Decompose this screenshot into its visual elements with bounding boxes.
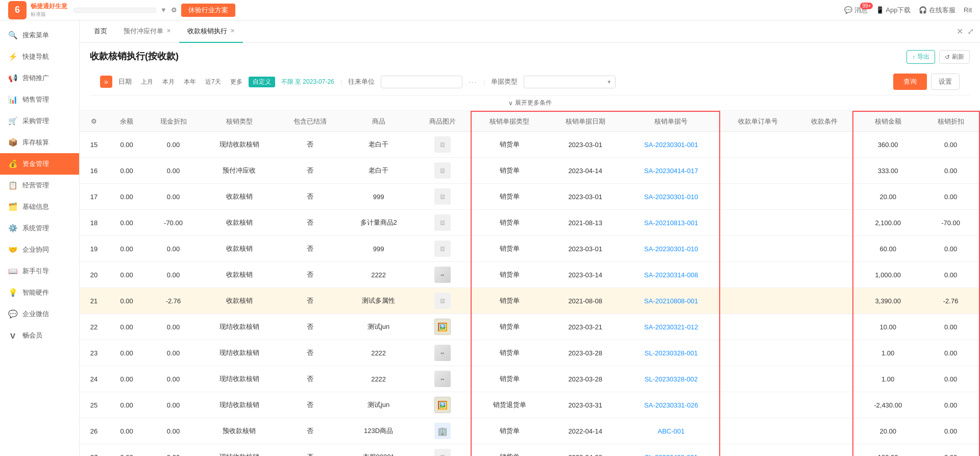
cell-verify-no[interactable]: SA-20230301-010 [623,184,720,210]
cell-verify-date: 2023-03-28 [548,340,623,366]
sidebar-item-operations[interactable]: 📋 经营管理 [0,175,79,196]
verify-no-link[interactable]: SA-20230414-017 [644,167,698,175]
table-row: 17 0.00 0.00 收款核销 否 999 🖼 销货单 2023-03-01… [80,184,979,210]
sidebar-item-member[interactable]: V 畅会员 [0,325,79,346]
sidebar-item-wechat[interactable]: 💬 企业微信 [0,303,79,325]
cell-verify-no[interactable]: SA-20230414-017 [623,158,720,184]
cell-verify-no[interactable]: SL-20230408-001 [623,444,720,457]
cell-verify-amount: 60.00 [853,236,922,262]
cell-verify-no[interactable]: SA-20230331-026 [623,392,720,418]
bill-type-label: 单据类型 [491,77,518,86]
cell-receipt-condition [796,236,853,262]
dropdown-icon[interactable]: ▼ [160,6,167,14]
verify-no-link[interactable]: SA-20230321-012 [644,323,698,331]
cell-verify-no[interactable]: SA-20210813-001 [623,210,720,236]
gear-icon[interactable]: ⚙ [171,6,177,14]
sidebar-item-marketing[interactable]: 📢 营销推广 [0,67,79,89]
cell-verify-no[interactable]: SL-20230328-001 [623,340,720,366]
cell-product: 999 [343,236,414,262]
export-btn[interactable]: ↑ 导出 [906,50,935,64]
cell-verify-type: 现结收款核销 [202,392,277,418]
filter-bar: » 日期 上月 本月 本年 近7天 更多 自定义 不限 至 2023-07-26 [90,68,970,95]
verify-no-link[interactable]: SA-20210808-001 [644,297,698,305]
cell-include-settled: 否 [277,132,343,158]
cell-product-image: 🖼 [414,236,471,262]
tab-maximize[interactable]: ⤢ [967,27,974,36]
tab-close-all[interactable]: ✕ [957,27,963,36]
online-service[interactable]: 🎧 在线客服 [919,6,955,15]
cell-receipt-order [720,340,796,366]
sidebar-item-quicknav[interactable]: ⚡ 快捷导航 [0,46,79,67]
app-download[interactable]: 📱 App下载 [876,6,911,15]
cell-id: 23 [80,340,108,366]
table-body: 15 0.00 0.00 现结收款核销 否 老白干 🖼 销货单 2023-03-… [80,132,979,457]
cell-verify-no[interactable]: SA-20210808-001 [623,288,720,314]
sidebar-item-guide[interactable]: 📖 新手引导 [0,260,79,282]
cell-verify-no[interactable]: SA-20230321-012 [623,314,720,340]
cell-verify-no[interactable]: SA-20230314-008 [623,262,720,288]
verify-no-link[interactable]: SL-20230328-002 [645,375,698,383]
cell-verify-no[interactable]: SA-20230301-010 [623,236,720,262]
verify-no-link[interactable]: SL-20230328-001 [645,349,698,357]
col-cash-discount: 现金折扣 [145,111,201,132]
cell-verify-date: 2023-03-01 [548,184,623,210]
filter-expand-btn[interactable]: » [100,76,112,88]
date-btn-thismonth[interactable]: 本月 [159,77,178,87]
verify-no-link[interactable]: SA-20230314-008 [644,271,698,279]
header-btn-group: ↑ 导出 ↺ 刷新 [906,50,970,64]
cell-verify-discount: 0.00 [922,418,979,444]
date-btn-custom[interactable]: 自定义 [249,77,275,87]
settings-btn[interactable]: 设置 [931,74,960,90]
query-btn[interactable]: 查询 [893,74,927,90]
verify-no-link[interactable]: SA-20230301-010 [644,193,698,201]
cell-verify-date: 2023-03-28 [548,366,623,392]
cell-verify-no[interactable]: SA-20230301-001 [623,132,720,158]
date-btn-thisyear[interactable]: 本年 [181,77,199,87]
sidebar-item-system[interactable]: ⚙️ 系统管理 [0,218,79,239]
verify-no-link[interactable]: SA-20230301-010 [644,245,698,253]
sidebar-item-purchase[interactable]: 🛒 采购管理 [0,110,79,132]
verify-no-link[interactable]: ABC-001 [657,427,684,435]
three-dots[interactable]: ··· [469,78,477,86]
sidebar-item-inventory[interactable]: 📦 库存核算 [0,132,79,153]
verify-no-link[interactable]: SA-20210813-001 [644,219,698,227]
cell-cash-discount: 0.00 [145,366,201,392]
tab-prepay[interactable]: 预付冲应付单 ✕ [115,20,179,43]
tab-close-prepay[interactable]: ✕ [166,28,171,34]
tab-verify[interactable]: 收款核销执行 ✕ [179,20,243,43]
date-btn-lastmonth[interactable]: 上月 [138,77,156,87]
sidebar-item-search[interactable]: 🔍 搜索菜单 [0,25,79,46]
cell-verify-no[interactable]: SL-20230328-002 [623,366,720,392]
bill-type-select[interactable] [524,76,616,88]
tab-home[interactable]: 首页 [86,20,115,43]
expand-more-btn[interactable]: ∨ 展开更多条件 [508,99,552,107]
cell-verify-type: 收款核销 [202,210,277,236]
cell-product-image: ▪▪ [414,366,471,392]
industry-btn[interactable]: 休验行业方案 [181,4,235,17]
sidebar-item-hardware[interactable]: 💡 智能硬件 [0,282,79,303]
cell-receipt-condition [796,418,853,444]
date-btn-more[interactable]: 更多 [227,77,246,87]
cell-receipt-order [720,132,796,158]
from-unit-input[interactable] [381,76,462,88]
verify-no-link[interactable]: SA-20230331-026 [644,401,698,409]
sidebar-item-basic[interactable]: 🗂️ 基础信息 [0,196,79,218]
cell-verify-discount: 0.00 [922,340,979,366]
date-btn-7days[interactable]: 近7天 [202,77,224,87]
cell-balance: 0.00 [108,444,145,457]
sidebar-item-finance[interactable]: 💰 资金管理 [0,153,79,175]
col-settings[interactable]: ⚙ [80,111,108,132]
tab-close-verify[interactable]: ✕ [230,28,235,34]
table-container[interactable]: ⚙ 余额 现金折扣 核销类型 包含已结清 商品 商品图片 核销单据类型 核销单据… [80,111,980,456]
refresh-btn[interactable]: ↺ 刷新 [939,50,970,64]
sidebar-item-sales[interactable]: 📊 销售管理 [0,89,79,110]
cell-receipt-condition [796,158,853,184]
bill-type-select-wrapper: ▼ [524,76,616,88]
company-selector[interactable] [74,8,156,13]
verify-no-link[interactable]: SL-20230408-001 [645,453,698,457]
message-area[interactable]: 💬 消息 99+ [844,6,868,15]
verify-no-link[interactable]: SA-20230301-001 [644,141,698,149]
cell-verify-no[interactable]: ABC-001 [623,418,720,444]
sidebar-item-collab[interactable]: 🤝 企业协同 [0,239,79,260]
cell-cash-discount: 0.00 [145,314,201,340]
